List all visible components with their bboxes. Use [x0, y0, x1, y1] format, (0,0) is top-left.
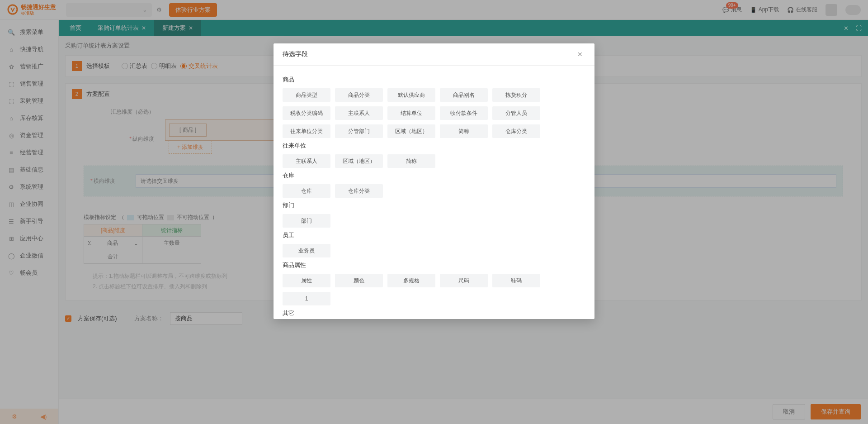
field-chip[interactable]: 属性 — [283, 274, 330, 287]
field-chip[interactable]: 多规格 — [387, 274, 435, 287]
field-chip[interactable]: 颜色 — [335, 274, 383, 287]
field-group-title: 往来单位 — [283, 142, 585, 150]
close-icon[interactable]: ✕ — [575, 50, 585, 59]
field-chip[interactable]: 尺码 — [440, 274, 488, 287]
field-chip[interactable]: 默认供应商 — [387, 88, 435, 102]
field-group: 员工业务员 — [283, 231, 585, 257]
field-chip[interactable]: 简称 — [387, 154, 435, 168]
field-chip[interactable]: 简称 — [440, 124, 488, 138]
field-chip[interactable]: 商品别名 — [440, 88, 488, 102]
field-group: 往来单位主联系人区域（地区）简称 — [283, 142, 585, 168]
field-chip[interactable]: 结算单位 — [387, 106, 435, 120]
field-chip[interactable]: 仓库分类 — [335, 184, 383, 198]
field-group: 商品商品类型商品分类默认供应商商品别名拣货积分税收分类编码主联系人结算单位收付款… — [283, 76, 585, 138]
field-chip[interactable]: 主联系人 — [335, 106, 383, 120]
field-group-title: 部门 — [283, 201, 585, 210]
field-chip[interactable]: 收付款条件 — [440, 106, 488, 120]
field-group-title: 商品属性 — [283, 261, 585, 269]
field-chip[interactable]: 部门 — [283, 214, 330, 228]
field-group: 仓库仓库仓库分类 — [283, 172, 585, 198]
field-chip[interactable]: 往来单位分类 — [283, 124, 330, 138]
field-chip[interactable]: 仓库 — [283, 184, 330, 198]
field-chip[interactable]: 鞋码 — [492, 274, 540, 287]
field-group-title: 商品 — [283, 76, 585, 84]
field-group-title: 员工 — [283, 231, 585, 239]
field-chip[interactable]: 分管部门 — [335, 124, 383, 138]
field-chip[interactable]: 商品分类 — [335, 88, 383, 102]
field-group: 商品属性属性颜色多规格尺码鞋码1 — [283, 261, 585, 305]
field-group: 部门部门 — [283, 201, 585, 228]
field-chip[interactable]: 主联系人 — [283, 154, 330, 168]
modal-title: 待选字段 — [283, 50, 308, 58]
field-picker-modal: 待选字段 ✕ 商品商品类型商品分类默认供应商商品别名拣货积分税收分类编码主联系人… — [274, 43, 594, 319]
modal-overlay[interactable]: 待选字段 ✕ 商品商品类型商品分类默认供应商商品别名拣货积分税收分类编码主联系人… — [0, 0, 868, 424]
field-group-title: 其它 — [283, 309, 585, 317]
field-chip[interactable]: 业务员 — [283, 244, 330, 257]
field-chip[interactable]: 1 — [283, 292, 330, 305]
field-group: 其它单据日期项目 — [283, 309, 585, 319]
field-chip[interactable]: 税收分类编码 — [283, 106, 330, 120]
field-chip[interactable]: 商品类型 — [283, 88, 330, 102]
field-chip[interactable]: 区域（地区） — [335, 154, 383, 168]
field-chip[interactable]: 区域（地区） — [387, 124, 435, 138]
field-chip[interactable]: 拣货积分 — [492, 88, 540, 102]
field-group-title: 仓库 — [283, 172, 585, 180]
field-chip[interactable]: 仓库分类 — [492, 124, 540, 138]
field-chip[interactable]: 分管人员 — [492, 106, 540, 120]
